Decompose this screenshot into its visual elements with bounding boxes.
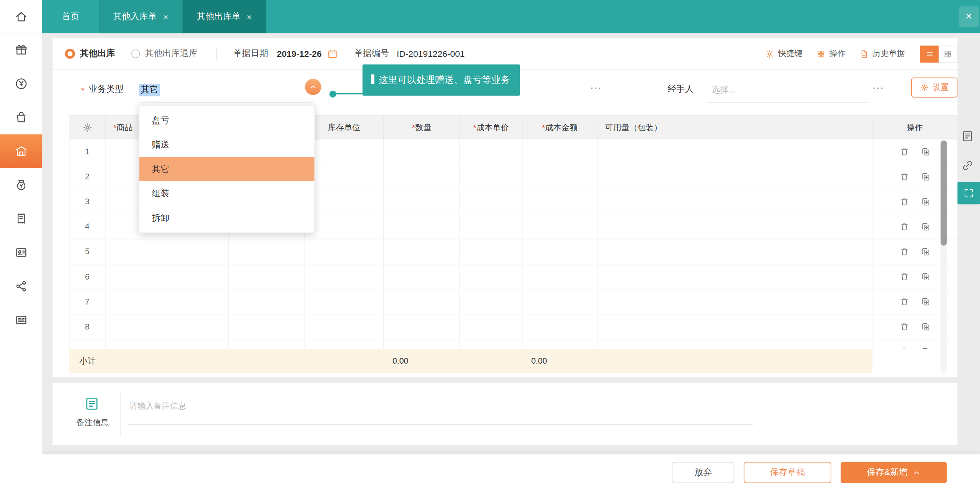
date-value[interactable]: 2019-12-26	[277, 49, 322, 59]
cell-price[interactable]	[460, 189, 523, 214]
sidebar-item-contacts[interactable]	[0, 236, 42, 270]
cell-product[interactable]	[106, 339, 229, 349]
cell-amount[interactable]	[523, 315, 598, 339]
sidebar-item-moneybag[interactable]	[0, 168, 42, 202]
cell-price[interactable]	[460, 339, 523, 349]
cell-qty[interactable]	[384, 189, 460, 214]
cell-extra[interactable]	[229, 315, 305, 339]
sidebar-item-money[interactable]	[0, 67, 42, 101]
cell-amount[interactable]	[523, 290, 598, 314]
cell-qty[interactable]	[384, 239, 460, 263]
copy-row-icon[interactable]	[920, 321, 930, 331]
cell-product[interactable]	[106, 290, 229, 314]
copy-row-icon[interactable]	[920, 197, 930, 207]
delete-row-icon[interactable]	[899, 172, 909, 182]
cell-qty[interactable]	[384, 290, 460, 314]
copy-row-icon[interactable]	[920, 271, 930, 281]
cell-product[interactable]	[106, 264, 229, 288]
cell-qty[interactable]	[384, 315, 460, 339]
delete-row-icon[interactable]	[899, 271, 909, 281]
cell-unit[interactable]	[305, 290, 384, 314]
cell-price[interactable]	[460, 315, 523, 339]
fullscreen-button[interactable]	[957, 182, 980, 205]
dropdown-option[interactable]: 赠送	[139, 132, 315, 157]
dropdown-option[interactable]: 盘亏	[139, 108, 315, 132]
copy-row-icon[interactable]	[920, 247, 930, 257]
handler-field[interactable]	[706, 76, 869, 103]
copy-row-icon[interactable]	[920, 147, 930, 157]
business-type-input[interactable]: 其它	[139, 76, 314, 103]
notes-panel-icon[interactable]	[961, 129, 975, 143]
remarks-input[interactable]	[128, 401, 750, 411]
more-field-button[interactable]: ⋯	[590, 81, 602, 95]
table-settings-cell[interactable]	[70, 116, 106, 139]
cell-amount[interactable]	[523, 139, 598, 164]
save-and-new-button[interactable]: 保存&新增	[841, 462, 947, 483]
cell-amount[interactable]	[523, 339, 598, 349]
sidebar-item-gift[interactable]	[0, 33, 42, 67]
cell-qty[interactable]	[384, 214, 460, 238]
cell-extra[interactable]	[229, 239, 305, 263]
collapse-dropdown-button[interactable]	[305, 79, 321, 95]
copy-row-icon[interactable]	[920, 172, 930, 182]
cell-product[interactable]	[106, 239, 229, 263]
close-tab-icon[interactable]: ×	[163, 12, 168, 22]
link-panel-icon[interactable]	[961, 159, 974, 172]
settings-button[interactable]: 设置	[911, 78, 957, 98]
cell-price[interactable]	[460, 264, 523, 288]
table-scrollbar[interactable]	[940, 139, 947, 373]
handler-input[interactable]	[710, 84, 862, 95]
radio-other-outbound[interactable]: 其他出库	[65, 48, 115, 59]
grid-view-toggle[interactable]	[939, 45, 958, 62]
cell-amount[interactable]	[523, 264, 598, 288]
more-field-button[interactable]: ⋯	[872, 81, 884, 95]
cell-unit[interactable]	[305, 339, 384, 349]
shortcut-keys-button[interactable]: 快捷键	[765, 48, 803, 59]
close-window-button[interactable]: ×	[959, 6, 979, 27]
cell-qty[interactable]	[384, 164, 460, 189]
cell-qty[interactable]	[384, 339, 460, 349]
operations-button[interactable]: 操作	[816, 48, 846, 59]
sidebar-item-receipt[interactable]	[0, 202, 42, 236]
cell-unit[interactable]	[305, 315, 384, 339]
delete-row-icon[interactable]	[899, 222, 909, 232]
home-button[interactable]	[0, 0, 42, 33]
close-tab-icon[interactable]: ×	[247, 12, 252, 22]
cell-unit[interactable]	[305, 264, 384, 288]
cell-unit[interactable]	[305, 214, 384, 238]
delete-row-icon[interactable]	[899, 321, 909, 331]
dropdown-option-selected[interactable]: 其它	[139, 157, 315, 181]
sidebar-item-bag[interactable]	[0, 101, 42, 134]
cell-extra[interactable]	[229, 290, 305, 314]
cell-qty[interactable]	[384, 139, 460, 164]
copy-row-icon[interactable]	[920, 222, 930, 232]
cell-qty[interactable]	[384, 264, 460, 288]
dropdown-option[interactable]: 拆卸	[139, 205, 315, 230]
cell-price[interactable]	[460, 214, 523, 238]
cell-unit[interactable]	[305, 139, 384, 164]
calendar-icon[interactable]	[327, 48, 338, 59]
scrollbar-thumb[interactable]	[940, 141, 947, 245]
cancel-button[interactable]: 放弃	[672, 462, 735, 483]
cell-price[interactable]	[460, 139, 523, 164]
cell-price[interactable]	[460, 290, 523, 314]
history-documents-button[interactable]: 历史单据	[859, 48, 905, 59]
cell-amount[interactable]	[523, 164, 598, 189]
cell-price[interactable]	[460, 239, 523, 263]
dropdown-option[interactable]: 组装	[139, 181, 315, 205]
sidebar-item-warehouse[interactable]	[0, 134, 42, 168]
cell-amount[interactable]	[523, 239, 598, 263]
cell-extra[interactable]	[229, 264, 305, 288]
sidebar-item-news[interactable]	[0, 303, 42, 337]
delete-row-icon[interactable]	[899, 296, 909, 306]
save-draft-button[interactable]: 保存草稿	[744, 462, 831, 483]
cell-price[interactable]	[460, 164, 523, 189]
delete-row-icon[interactable]	[899, 197, 909, 207]
radio-other-outbound-return[interactable]: 其他出库退库	[131, 48, 198, 59]
delete-row-icon[interactable]	[899, 147, 909, 157]
cell-unit[interactable]	[305, 239, 384, 263]
sidebar-item-share[interactable]	[0, 269, 42, 303]
cell-product[interactable]	[106, 315, 229, 339]
cell-unit[interactable]	[305, 164, 384, 189]
copy-row-icon[interactable]	[920, 296, 930, 306]
